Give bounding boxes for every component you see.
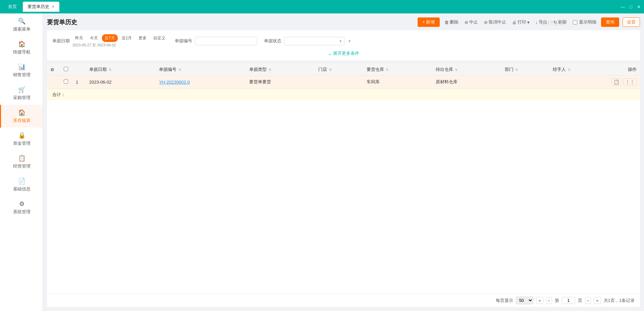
delete-label: 删除: [450, 19, 459, 25]
sort-doc-type-icon: ⇅: [269, 68, 271, 72]
sidebar-item-sales-mgmt[interactable]: 📊 销售管理: [0, 59, 43, 82]
prev-page-btn[interactable]: ‹: [546, 297, 552, 304]
doc-status-label: 单据状态: [264, 38, 281, 44]
th-handler[interactable]: 经手人 ⇅: [549, 64, 608, 76]
action-buttons: 📋 ⋮⋮: [611, 78, 637, 86]
page-unit-label: 页: [578, 298, 582, 304]
th-dept[interactable]: 部门 ⇅: [501, 64, 549, 76]
table-body: 1 2023-06-02 YH-20230602-0 要货单要货 车间库 原材料…: [47, 76, 640, 89]
new-button[interactable]: + 新增: [418, 17, 439, 27]
page-size-select[interactable]: 50 100 200: [516, 297, 533, 304]
refresh-button[interactable]: ↻ 刷新: [552, 18, 568, 26]
close-tab-icon[interactable]: ✕: [51, 4, 55, 9]
maximize-btn[interactable]: □: [630, 4, 632, 9]
settings-button[interactable]: 设置: [623, 17, 640, 27]
print-dropdown-icon: ▾: [527, 20, 530, 25]
print-button[interactable]: 🖨 打印 ▾: [511, 18, 531, 26]
export-label: 导出: [539, 19, 547, 25]
tab-home[interactable]: 首页: [3, 2, 21, 12]
sidebar-basic-info-label: 基础信息: [13, 186, 31, 192]
select-all-checkbox[interactable]: [64, 67, 68, 71]
doc-no-input[interactable]: [195, 37, 257, 45]
th-date[interactable]: 单据日期 ⇅: [86, 64, 156, 76]
th-req-warehouse-label: 要货仓库: [367, 67, 384, 72]
sidebar-item-finance-mgmt[interactable]: 🔒 资金管理: [0, 128, 43, 150]
th-store[interactable]: 门店 ⇅: [315, 64, 363, 76]
sort-doc-no-icon: ⇅: [178, 68, 181, 72]
cell-doc-type: 要货单要货: [246, 76, 315, 89]
sort-pending-warehouse-icon: ⇅: [455, 68, 458, 72]
cell-doc-no: YH-20230602-0: [156, 76, 246, 89]
doc-no-label: 单据编号: [175, 38, 192, 44]
close-btn[interactable]: ✕: [637, 4, 641, 9]
tab-home-label: 首页: [8, 4, 17, 10]
date-buttons: 昨天 今天 近7天 近1月 更多 自定义: [72, 34, 168, 42]
th-doc-type[interactable]: 单据类型 ⇅: [246, 64, 315, 76]
window-controls: — □ ✕: [621, 4, 641, 9]
th-pending-warehouse[interactable]: 待出仓库 ⇅: [432, 64, 501, 76]
sidebar-item-system-mgmt[interactable]: ⚙ 系统管理: [0, 196, 43, 219]
row-checkbox[interactable]: [64, 79, 68, 84]
more-actions-icon[interactable]: ⋮⋮: [623, 78, 637, 86]
tab-requisition-history[interactable]: 要货单历史 ✕: [23, 2, 59, 12]
first-page-btn[interactable]: «: [536, 297, 543, 304]
page-input[interactable]: [562, 297, 575, 304]
date-btn-more[interactable]: 更多: [136, 34, 149, 42]
sidebar-system-label: 系统管理: [13, 209, 31, 215]
finance-icon: 🔒: [18, 132, 25, 139]
th-doc-no[interactable]: 单据编号 ⇅: [156, 64, 246, 76]
date-btn-custom[interactable]: 自定义: [151, 34, 168, 42]
cell-date: 2023-06-02: [86, 76, 156, 89]
expand-more-label: 展开更多条件: [333, 50, 359, 56]
th-req-warehouse[interactable]: 要货仓库 ⇅: [363, 64, 432, 76]
date-btn-today[interactable]: 今天: [87, 34, 101, 42]
sales-icon: 📊: [18, 63, 25, 71]
sidebar-item-operations-mgmt[interactable]: 📋 经营管理: [0, 150, 43, 173]
refresh-label: 刷新: [558, 19, 567, 25]
pagination-info: 共1页，1条记录: [604, 298, 635, 304]
stop-button[interactable]: ⊘ 中止: [463, 18, 479, 26]
doc-no-link[interactable]: YH-20230602-0: [159, 80, 190, 85]
doc-no-filter: 单据编号: [175, 37, 257, 45]
next-page-btn[interactable]: ›: [585, 297, 591, 304]
sidebar-item-purchase-mgmt[interactable]: 🛒 采购管理: [0, 82, 43, 105]
expand-more-icon: ⌄: [328, 51, 332, 56]
minimize-btn[interactable]: —: [621, 4, 625, 9]
cancel-stop-button[interactable]: ⊘ 取消中止: [483, 18, 507, 26]
date-btn-7days[interactable]: 近7天: [102, 34, 118, 42]
doc-status-dropdown-icon[interactable]: ▾: [348, 39, 351, 44]
system-icon: ⚙: [19, 200, 24, 208]
date-btn-yesterday[interactable]: 昨天: [72, 34, 86, 42]
sort-dept-icon: ⇅: [515, 68, 518, 72]
sort-handler-icon: ⇅: [568, 68, 571, 72]
sidebar-item-search-menu[interactable]: 🔍 搜索菜单: [0, 13, 43, 36]
content-area: 要货单历史 + 新增 🗑 删除 ⊘ 中止 ⊘ 取消中止 🖨 打印: [43, 13, 644, 311]
date-filter: 单据日期 昨天 今天 近7天 近1月 更多 自定义 2023-05-27 至 2…: [52, 34, 168, 48]
export-button[interactable]: ↓ 导出: [534, 18, 549, 26]
query-button[interactable]: 查询: [601, 17, 619, 27]
doc-status-select[interactable]: [284, 37, 344, 45]
view-icon[interactable]: 📋: [611, 78, 621, 86]
operations-icon: 📋: [18, 154, 25, 162]
stop-icon: ⊘: [465, 20, 468, 25]
cell-req-warehouse: 车间库: [363, 76, 432, 89]
th-handler-label: 经手人: [553, 67, 566, 72]
delete-icon: 🗑: [444, 20, 449, 25]
show-detail-toggle[interactable]: 显示明细: [572, 18, 598, 26]
table-footer: 合计：: [47, 89, 640, 100]
sidebar-item-basic-info[interactable]: 📄 基础信息: [0, 173, 43, 196]
basic-info-icon: 📄: [18, 177, 25, 185]
show-detail-checkbox[interactable]: [573, 20, 577, 25]
sidebar-item-inventory[interactable]: 🏠 库存核算: [0, 105, 43, 128]
tab-bar: 首页 要货单历史 ✕: [3, 2, 621, 12]
th-settings[interactable]: ⚙: [47, 64, 60, 76]
print-icon: 🖨: [512, 20, 517, 25]
last-page-btn[interactable]: »: [594, 297, 601, 304]
quick-nav-icon: 🏠: [18, 40, 25, 48]
date-btn-1month[interactable]: 近1月: [119, 34, 135, 42]
expand-more-button[interactable]: ⌄ 展开更多条件: [52, 50, 635, 56]
sidebar-item-quick-nav[interactable]: 🏠 快捷导航: [0, 36, 43, 59]
delete-button[interactable]: 🗑 删除: [443, 18, 460, 26]
filter-row: 单据日期 昨天 今天 近7天 近1月 更多 自定义 2023-05-27 至 2…: [52, 34, 635, 48]
cell-expand: [47, 76, 60, 89]
